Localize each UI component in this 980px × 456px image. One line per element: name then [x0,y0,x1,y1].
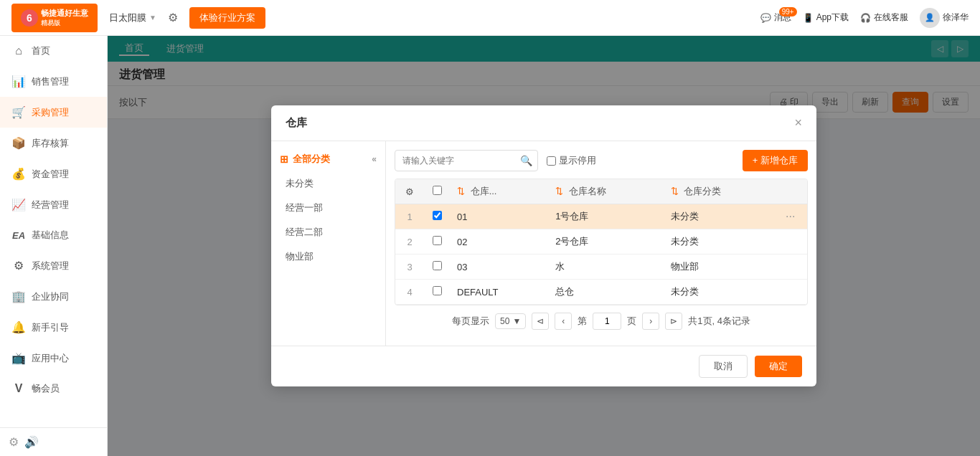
row-code: DEFAULT [450,280,548,305]
confirm-btn[interactable]: 确定 [755,356,802,377]
search-input[interactable] [395,150,538,171]
row-checkbox-cell [424,204,450,229]
basics-icon: EA [11,230,26,241]
sidebar: ⌂ 首页 📊 销售管理 🛒 采购管理 📦 库存核算 💰 资金管理 📈 经营管理 … [0,36,108,456]
show-disabled-label: 显示停用 [559,154,596,167]
modal-header: 仓库 × [271,105,816,141]
modal-close-btn[interactable]: × [794,115,802,130]
cancel-btn[interactable]: 取消 [699,355,748,378]
settings-bottom-icon[interactable]: ⚙ [9,435,19,449]
page-suffix-label: 页 [627,315,636,328]
member-icon: V [11,382,26,395]
row-checkbox[interactable] [433,236,442,245]
category-item-ops1[interactable]: 经营一部 [271,196,385,220]
page-prefix-label: 第 [578,315,587,328]
category-item-property[interactable]: 物业部 [271,244,385,269]
row-name: 总仓 [548,280,663,305]
message-btn[interactable]: 💬 消息 99+ [760,11,791,24]
row-code: 01 [450,204,548,229]
col-category: ⇅ 仓库分类 [664,179,778,204]
sidebar-item-basics[interactable]: EA 基础信息 [0,220,107,250]
search-bar: 🔍 显示停用 + 新增仓库 [395,150,808,171]
row-category: 未分类 [664,229,778,255]
sidebar-item-inventory[interactable]: 📦 库存核算 [0,128,107,158]
logo: 6 畅捷通好生意 精易版 [11,4,98,32]
header-right: 💬 消息 99+ 📱 App下载 🎧 在线客服 👤 徐泽华 [760,8,969,28]
modal-title: 仓库 [286,116,307,130]
inventory-icon: 📦 [11,136,26,150]
sidebar-item-system[interactable]: ⚙ 系统管理 [0,250,107,281]
col-code: ⇅ 仓库... [450,179,548,204]
table-row[interactable]: 1 01 1号仓库 未分类 ··· [395,204,807,229]
sort-icon-code: ⇅ [457,186,465,196]
category-collapse-icon[interactable]: « [372,154,377,164]
show-disabled-checkbox[interactable] [547,156,556,166]
sidebar-item-sales[interactable]: 📊 销售管理 [0,66,107,97]
sidebar-item-home[interactable]: ⌂ 首页 [0,36,107,66]
avatar: 👤 [920,8,940,28]
table-row[interactable]: 3 03 水 物业部 [395,255,807,280]
sidebar-bottom: ⚙ 🔊 [0,427,107,456]
sort-icon-category: ⇅ [671,186,679,196]
sidebar-item-appcenter[interactable]: 📺 应用中心 [0,343,107,374]
add-warehouse-btn[interactable]: + 新增仓库 [743,150,808,171]
row-checkbox[interactable] [433,286,442,295]
modal-overlay: 仓库 × ⊞ 全部分类 « 未分类 经营一部 经营二部 [108,36,980,456]
main-layout: ⌂ 首页 📊 销售管理 🛒 采购管理 📦 库存核算 💰 资金管理 📈 经营管理 … [0,36,980,456]
table-row[interactable]: 2 02 2号仓库 未分类 [395,229,807,255]
appcenter-icon: 📺 [11,351,26,365]
sales-icon: 📊 [11,75,26,88]
per-page-select[interactable]: 50 ▼ [495,313,526,329]
page-number-input[interactable] [593,313,621,330]
page-next-btn[interactable]: › [642,313,659,330]
trial-button[interactable]: 体验行业方案 [189,7,265,29]
per-page-chevron-icon: ▼ [512,316,521,326]
category-all-item[interactable]: ⊞ 全部分类 « [271,147,385,171]
page-last-btn[interactable]: ⊳ [665,313,682,330]
row-num: 3 [395,255,424,280]
category-item-unclassified[interactable]: 未分类 [271,171,385,196]
sidebar-item-operations[interactable]: 📈 经营管理 [0,189,107,220]
store-chevron-icon: ▼ [149,14,156,22]
settings-icon: ⚙ [405,186,414,197]
search-input-wrap: 🔍 [395,150,538,171]
row-actions: ··· [778,204,807,229]
warehouse-table: ⚙ ⇅ 仓库... [395,179,808,305]
modal-footer: 取消 确定 [271,346,816,386]
pagination: 每页显示 50 ▼ ⊲ ‹ 第 页 › ⊳ 共1页 [395,305,808,337]
speaker-icon[interactable]: 🔊 [24,435,39,449]
message-icon: 💬 [760,13,771,23]
category-panel: ⊞ 全部分类 « 未分类 经营一部 经营二部 物业部 [271,141,386,346]
page-first-btn[interactable]: ⊲ [532,313,549,330]
row-actions [778,229,807,255]
sidebar-item-enterprise[interactable]: 🏢 企业协同 [0,281,107,312]
app-download-btn[interactable]: 📱 App下载 [803,11,849,24]
sidebar-item-guide[interactable]: 🔔 新手引导 [0,312,107,343]
row-more-btn[interactable]: ··· [786,210,795,222]
store-selector[interactable]: 日太阳膜 ▼ [109,11,156,24]
category-item-ops2[interactable]: 经营二部 [271,220,385,244]
col-actions [778,179,807,204]
per-page-label: 每页显示 [452,315,489,328]
main-content: 首页 进货管理 ◁ ▷ 进货管理 按以下 🖨 印 导出 刷新 查询 设置 [108,36,980,456]
sidebar-item-member[interactable]: V 畅会员 [0,374,107,404]
message-badge: 99+ [779,7,797,16]
col-checkbox [424,179,450,204]
sidebar-item-finance[interactable]: 💰 资金管理 [0,158,107,189]
row-name: 1号仓库 [548,204,663,229]
settings-icon[interactable]: ⚙ [162,7,184,29]
row-actions [778,280,807,305]
online-service-btn[interactable]: 🎧 在线客服 [860,11,908,24]
table-row[interactable]: 4 DEFAULT 总仓 未分类 [395,280,807,305]
page-prev-btn[interactable]: ‹ [555,313,572,330]
sidebar-item-purchase[interactable]: 🛒 采购管理 [0,97,107,128]
col-settings: ⚙ [395,179,424,204]
row-code: 02 [450,229,548,255]
row-checkbox[interactable] [433,261,442,270]
row-checkbox[interactable] [433,211,442,220]
select-all-checkbox[interactable] [433,186,442,195]
row-checkbox-cell [424,255,450,280]
search-icon[interactable]: 🔍 [520,155,532,166]
table-header: ⚙ ⇅ 仓库... [395,179,807,204]
user-profile-btn[interactable]: 👤 徐泽华 [920,8,969,28]
